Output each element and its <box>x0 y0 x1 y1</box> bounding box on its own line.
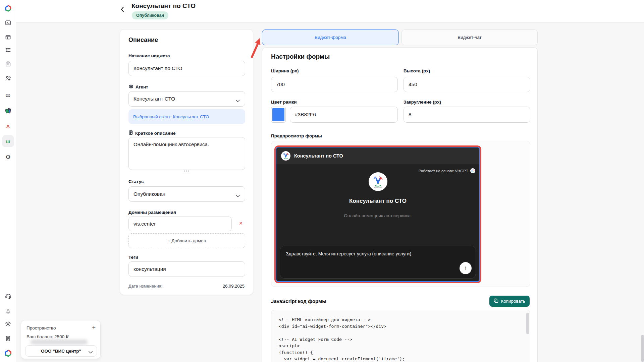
sidebar-item-knowledge[interactable] <box>0 107 16 116</box>
letter-sh-icon: ш <box>6 139 10 144</box>
widget-subtitle: Онлайн-помощник автосервиса. <box>276 213 479 218</box>
sidebar-item-settings[interactable]: ⚙ <box>0 153 16 161</box>
sidebar-item-assistant-a[interactable]: A <box>0 122 16 130</box>
top-header: Консультант по СТО Опубликован <box>16 0 644 23</box>
short-description-textarea[interactable]: Онлайн-помощник автосервиса. <box>128 137 245 170</box>
blurred-account-text <box>31 340 88 345</box>
sidebar-item-theme[interactable] <box>0 320 16 328</box>
width-input[interactable] <box>271 77 398 92</box>
document-icon <box>128 130 133 136</box>
building-icon <box>5 61 11 69</box>
workspace-title: Пространство <box>26 325 56 330</box>
form-preview-container: Консультант по СТО Работает на основе Vi… <box>271 141 530 287</box>
app-logo[interactable] <box>0 4 16 14</box>
agent-select[interactable]: Консультант СТО <box>128 91 245 107</box>
code-line: var widget = document.createElement('ifr… <box>279 356 530 362</box>
sidebar-bottom-logo[interactable] <box>0 349 16 359</box>
tab-widget-chat[interactable]: Виджет-чат <box>401 29 538 45</box>
sidebar-item-support[interactable] <box>0 292 16 300</box>
form-settings-panel: Настройки формы Ширина (px) Высота (px) … <box>262 47 538 362</box>
sidebar-item-terminal[interactable] <box>0 19 16 27</box>
code-line: <!-- AI Widget Form Code --> <box>279 336 530 343</box>
tab-widget-form[interactable]: Виджет-форма <box>262 29 399 45</box>
widget-input-text: Здравствуйте. Меня интересует услуга (оп… <box>286 251 413 256</box>
modified-date-label: Дата изменения: <box>128 284 162 289</box>
tags-label: Теги <box>128 255 138 260</box>
border-color-label: Цвет рамки <box>271 100 297 105</box>
copy-button[interactable]: Копировать <box>489 296 530 307</box>
status-select[interactable]: Опубликован <box>128 186 245 202</box>
add-workspace-button[interactable]: + <box>92 325 96 331</box>
widget-message-input[interactable]: Здравствуйте. Меня интересует услуга (оп… <box>280 246 476 279</box>
short-description-label: Краткое описание <box>128 130 176 136</box>
domains-label: Домены размещения <box>128 210 176 215</box>
sidebar-item-tables[interactable] <box>0 34 16 42</box>
sidebar-item-users[interactable] <box>0 75 16 83</box>
status-badge: Опубликован <box>132 11 168 19</box>
code-scrollbar-thumb[interactable] <box>526 313 529 334</box>
table-icon <box>5 34 11 42</box>
description-title: Описание <box>128 37 158 44</box>
widget-logo-caption: VIS.center <box>374 186 382 188</box>
widget-title: Консультант по СТО <box>276 198 479 204</box>
page-title: Консультант по СТО <box>131 2 196 10</box>
form-settings-title: Настройки формы <box>271 53 330 60</box>
add-domain-button[interactable]: + Добавить домен <box>128 233 245 248</box>
people-icon <box>5 75 11 83</box>
code-content: <!-- HTML контейнер для виджета --> <div… <box>271 310 530 362</box>
code-line: <div id="ai-widget-form-container"></div… <box>279 323 530 330</box>
chevron-down-icon <box>236 193 240 199</box>
books-icon <box>4 107 12 116</box>
send-button[interactable]: ↑ <box>460 262 472 274</box>
infinity-icon: ∞ <box>6 92 10 99</box>
headset-icon <box>5 292 11 300</box>
back-button[interactable] <box>119 6 126 14</box>
code-line: <script> <box>279 343 530 349</box>
remove-domain-button[interactable]: × <box>237 219 245 228</box>
widget-header-title: Консультант по СТО <box>294 153 343 159</box>
js-code-block[interactable]: <!-- HTML контейнер для виджета --> <div… <box>271 310 530 362</box>
radius-label: Закругление (px) <box>404 100 441 105</box>
code-line: (function() { <box>279 349 530 356</box>
page-scrollbar-thumb[interactable] <box>641 335 644 362</box>
bell-icon <box>5 307 11 315</box>
sidebar-item-integrations[interactable]: ∞ <box>0 91 16 99</box>
agent-label: Агент <box>128 84 148 90</box>
widget-header: Консультант по СТО <box>276 147 479 164</box>
chevron-down-icon <box>89 350 93 355</box>
red-arrow-annotation <box>249 36 264 60</box>
width-label: Ширина (px) <box>271 68 299 73</box>
resize-handle[interactable] <box>184 170 189 172</box>
widget-body: Работает на основе VisGPT VIS.center Кон… <box>276 164 479 281</box>
receipt-icon <box>5 335 11 343</box>
domain-input[interactable] <box>128 217 232 231</box>
sidebar-item-billing[interactable] <box>0 335 16 343</box>
gear-icon: ⚙ <box>5 154 11 160</box>
widget-name-label: Название виджета <box>128 53 170 58</box>
border-color-input[interactable] <box>290 107 398 123</box>
code-line: <!-- HTML контейнер для виджета --> <box>279 316 530 323</box>
tags-input[interactable] <box>128 261 245 277</box>
radius-input[interactable] <box>404 107 530 123</box>
widget-logo-large-icon: VIS.center <box>369 172 387 191</box>
color-swatch[interactable] <box>271 107 286 123</box>
sidebar: ∞ A ш ⚙ <box>0 0 16 362</box>
selected-agent-info: Выбранный агент: Консультант СТО <box>128 109 245 124</box>
widget-name-input[interactable] <box>128 61 245 76</box>
sidebar-item-notifications[interactable] <box>0 307 16 315</box>
chevron-down-icon <box>236 98 240 104</box>
height-label: Высота (px) <box>404 68 430 73</box>
visgpt-logo-icon <box>4 4 12 14</box>
modified-date-value: 26.09.2025 <box>223 284 245 289</box>
sidebar-item-widgets-active[interactable]: ш <box>2 135 14 147</box>
js-code-title: JavaScript код формы <box>271 298 326 304</box>
letter-a-icon: A <box>6 124 10 129</box>
workspace-panel: Пространство + Ваш баланс: 2500 ₽ ООО "В… <box>21 320 101 359</box>
height-input[interactable] <box>404 77 530 92</box>
sidebar-item-company[interactable] <box>0 61 16 69</box>
list-icon <box>5 47 11 55</box>
sun-icon <box>5 320 11 328</box>
organization-select[interactable]: ООО "ВИС центр" <box>25 345 97 357</box>
sidebar-item-list[interactable] <box>0 47 16 55</box>
copy-icon <box>494 298 498 304</box>
